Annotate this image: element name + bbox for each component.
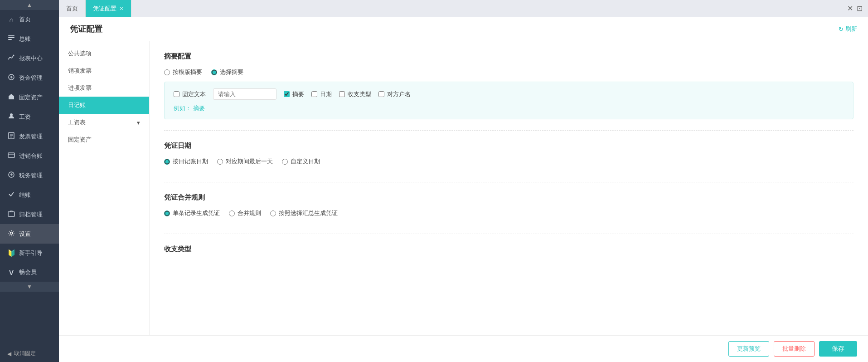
summary-select-radio[interactable]	[211, 69, 217, 75]
fixed-text-checkbox[interactable]	[174, 91, 179, 97]
svg-rect-9	[8, 212, 15, 216]
left-nav-purchase-invoice[interactable]: 进项发票	[59, 79, 149, 97]
settings-icon	[7, 230, 15, 238]
tab-restore-btn[interactable]: ⊡	[857, 4, 863, 13]
last-day-radio[interactable]	[217, 159, 223, 165]
unpin-icon: ◀	[7, 351, 11, 357]
fixed-text-option[interactable]: 固定文本	[174, 90, 206, 98]
summary-checkbox[interactable]	[284, 91, 290, 97]
date-option[interactable]: 日期	[311, 90, 332, 98]
svg-rect-7	[8, 153, 15, 157]
left-nav-salary-table[interactable]: 工资表 ▾	[59, 114, 149, 131]
left-nav-fixed-assets[interactable]: 固定资产	[59, 131, 149, 148]
funds-icon	[7, 73, 15, 82]
sidebar-item-guide[interactable]: 🔰 新手引导	[0, 244, 59, 263]
main-area: 首页 凭证配置 ✕ ✕ ⊡ 凭证配置 ↻ 刷新 公共选项	[59, 0, 868, 362]
tax-icon	[7, 171, 15, 180]
date-checkbox[interactable]	[311, 91, 317, 97]
left-nav-public[interactable]: 公共选项	[59, 45, 149, 62]
summary-template-option[interactable]: 按模版摘要	[164, 68, 202, 76]
archive-icon	[7, 210, 15, 219]
svg-point-3	[13, 55, 15, 56]
body-area: 公共选项 销项发票 进项发票 日记账 工资表 ▾ 固定资产	[59, 41, 868, 335]
merge-rules-option[interactable]: 合并规则	[229, 209, 261, 217]
tab-home[interactable]: 首页	[59, 0, 86, 17]
sidebar-item-invoice-mgmt[interactable]: 发票管理	[0, 127, 59, 146]
sidebar-item-archive[interactable]: 归档管理	[0, 205, 59, 224]
svg-rect-1	[8, 37, 15, 38]
sidebar-item-purchase-sales[interactable]: 进销台账	[0, 146, 59, 166]
sidebar-item-settings[interactable]: 设置	[0, 224, 59, 244]
sidebar-item-assets[interactable]: 固定资产	[0, 88, 59, 107]
sidebar-item-salary[interactable]: 工资	[0, 107, 59, 127]
page-title: 凭证配置	[70, 24, 102, 34]
merge-rule-title: 凭证合并规则	[164, 193, 853, 202]
counterpart-option[interactable]: 对方户名	[378, 90, 411, 98]
income-type-option[interactable]: 收支类型	[339, 90, 371, 98]
summary-mode-row: 按模版摘要 选择摘要	[164, 68, 853, 76]
refresh-btn[interactable]: ↻ 刷新	[839, 25, 857, 33]
summary-template-radio[interactable]	[164, 69, 170, 75]
journal-date-option[interactable]: 按日记账日期	[164, 157, 208, 166]
sidebar-item-report[interactable]: 报表中心	[0, 49, 59, 68]
voucher-date-options-row: 按日记账日期 对应期间最后一天 自定义日期	[164, 157, 853, 166]
guide-icon: 🔰	[7, 249, 15, 257]
sidebar-unpin-btn[interactable]: ◀ 取消固定	[0, 345, 59, 362]
left-nav-sales-invoice[interactable]: 销项发票	[59, 62, 149, 79]
summary-config-box: 固定文本 摘要 日期	[164, 82, 853, 119]
report-icon	[7, 54, 15, 63]
sidebar-scroll-down[interactable]: ▼	[0, 282, 59, 292]
fixed-text-input[interactable]	[213, 88, 276, 100]
save-btn[interactable]: 保存	[819, 341, 857, 357]
custom-date-radio[interactable]	[282, 159, 288, 165]
income-type-checkbox[interactable]	[339, 91, 345, 97]
income-type-section: 收支类型	[164, 245, 853, 272]
update-preview-btn[interactable]: 更新预览	[728, 341, 769, 357]
bottom-bar: 更新预览 批量删除 保存	[59, 335, 868, 362]
sidebar-item-member[interactable]: V 畅会员	[0, 263, 59, 282]
left-nav-journal[interactable]: 日记账	[59, 97, 149, 114]
chevron-down-icon: ▾	[137, 119, 140, 126]
svg-rect-0	[8, 35, 15, 36]
content-area: 凭证配置 ↻ 刷新 公共选项 销项发票 进项发票 日记账	[59, 17, 868, 362]
svg-point-5	[10, 113, 13, 116]
single-record-radio[interactable]	[164, 210, 170, 216]
sidebar: ▲ ⌂ 首页 总账 报表中心 资金管理 固定资产 工资	[0, 0, 59, 362]
select-summary-radio[interactable]	[270, 210, 276, 216]
sidebar-item-tax[interactable]: 税务管理	[0, 166, 59, 185]
select-summary-option[interactable]: 按照选择汇总生成凭证	[270, 209, 338, 217]
sidebar-item-home[interactable]: ⌂ 首页	[0, 10, 59, 29]
summary-field-option[interactable]: 摘要	[284, 90, 304, 98]
svg-rect-2	[8, 39, 12, 40]
tab-close-btn[interactable]: ✕	[119, 6, 124, 11]
assets-icon	[7, 93, 15, 102]
checkout-icon	[7, 191, 15, 199]
last-day-option[interactable]: 对应期间最后一天	[217, 157, 273, 166]
sidebar-item-ledger[interactable]: 总账	[0, 29, 59, 49]
summary-section: 摘要配置 按模版摘要 选择摘要	[164, 52, 853, 131]
summary-select-option[interactable]: 选择摘要	[211, 68, 243, 76]
sidebar-scroll-up[interactable]: ▲	[0, 0, 59, 10]
svg-point-10	[10, 232, 13, 235]
merge-rules-radio[interactable]	[229, 210, 235, 216]
merge-rule-options-row: 单条记录生成凭证 合并规则 按照选择汇总生成凭证	[164, 209, 853, 217]
sidebar-item-funds[interactable]: 资金管理	[0, 68, 59, 88]
member-icon: V	[7, 269, 15, 276]
home-icon: ⌂	[7, 16, 15, 24]
voucher-date-title: 凭证日期	[164, 142, 853, 150]
salary-icon	[7, 113, 15, 121]
journal-date-radio[interactable]	[164, 159, 170, 165]
tab-bar-actions: ✕ ⊡	[847, 4, 868, 13]
tab-close-window-btn[interactable]: ✕	[847, 4, 853, 13]
merge-rule-section: 凭证合并规则 单条记录生成凭证 合并规则 按照选择汇总生成凭证	[164, 193, 853, 234]
sidebar-item-checkout[interactable]: 结账	[0, 185, 59, 205]
left-nav: 公共选项 销项发票 进项发票 日记账 工资表 ▾ 固定资产	[59, 41, 150, 335]
ledger-icon	[7, 34, 15, 43]
batch-delete-btn[interactable]: 批量删除	[774, 341, 815, 357]
counterpart-checkbox[interactable]	[378, 91, 384, 97]
summary-section-title: 摘要配置	[164, 52, 853, 61]
right-content: 摘要配置 按模版摘要 选择摘要	[150, 41, 868, 335]
custom-date-option[interactable]: 自定义日期	[282, 157, 320, 166]
tab-voucher-config[interactable]: 凭证配置 ✕	[86, 0, 131, 17]
single-record-option[interactable]: 单条记录生成凭证	[164, 209, 220, 217]
